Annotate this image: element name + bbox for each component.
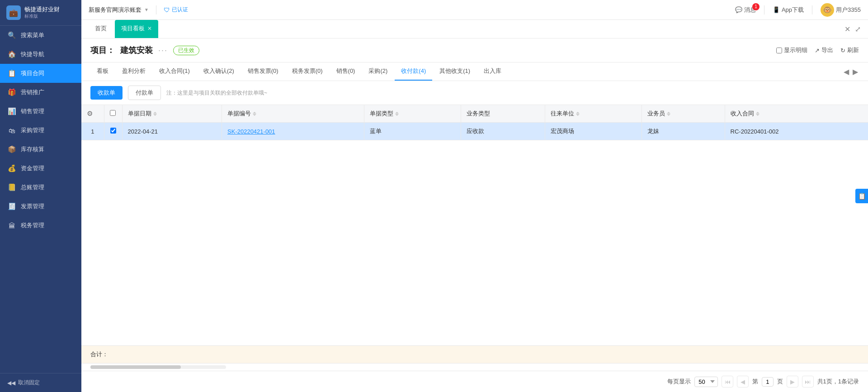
pagination-last-button[interactable]: ⏭ (802, 376, 814, 387)
per-page-select[interactable]: 10 20 50 100 (694, 377, 718, 387)
refresh-button[interactable]: ↻ 刷新 (840, 46, 859, 54)
cell-num: 1 (81, 123, 104, 140)
scrollbar-thumb[interactable] (90, 365, 181, 369)
sidebar-item-ledger[interactable]: 📒 总账管理 (0, 178, 81, 197)
action-row: 收款单 付款单 注：这里是与项目关联的全部收付款单哦~ (81, 81, 868, 105)
th-gear[interactable]: ⚙ (81, 105, 104, 123)
th-code[interactable]: 单据编号 (222, 105, 364, 123)
sort-icon-income-contract (756, 112, 760, 116)
th-income-contract[interactable]: 收入合同 (725, 105, 868, 123)
pagination-next-button[interactable]: ▶ (787, 376, 798, 387)
sales-icon: 📊 (7, 107, 16, 116)
sub-tab-income-contract-label: 收入合同(1) (159, 67, 190, 74)
sidebar-item-inventory[interactable]: 📦 库存核算 (0, 140, 81, 159)
app-version: 标准版 (24, 13, 60, 19)
app-name: 畅捷通好业财 (24, 6, 60, 14)
sub-tab-inout-label: 出入库 (484, 67, 501, 74)
app-download-button[interactable]: 📱 App下载 (773, 6, 804, 14)
th-partner[interactable]: 往来单位 (545, 105, 642, 123)
sidebar-item-purchase[interactable]: 🛍 采购管理 (0, 121, 81, 140)
pagination-prev-button[interactable]: ◀ (737, 376, 749, 387)
row-checkbox[interactable] (110, 128, 116, 134)
show-detail-checkbox[interactable] (776, 48, 782, 53)
gear-icon[interactable]: ⚙ (87, 110, 93, 117)
quicknav-icon: 🏠 (7, 50, 16, 59)
current-page: 1 (762, 377, 773, 387)
th-type-label: 单据类型 (370, 110, 393, 118)
topbar-right: 💬 消息 1 📱 App下载 🐵 用户3355 (735, 3, 861, 17)
project-prefix: 项目： (90, 45, 115, 56)
select-all-checkbox[interactable] (110, 110, 116, 116)
table-row[interactable]: 1 2022-04-21 SK-20220421-001 蓝单 应收款 宏茂商场… (81, 123, 868, 140)
sub-tab-profit[interactable]: 盈利分析 (116, 62, 152, 81)
inventory-icon: 📦 (7, 145, 16, 154)
sort-icon-type (395, 112, 399, 116)
messages-button[interactable]: 💬 消息 1 (735, 6, 756, 14)
sidebar-label-quicknav: 快捷导航 (21, 50, 44, 58)
cell-code[interactable]: SK-20220421-001 (222, 123, 364, 140)
sub-tab-board[interactable]: 看板 (90, 62, 115, 81)
sub-tab-next-button[interactable]: ▶ (852, 67, 859, 76)
tab-home[interactable]: 首页 (89, 20, 113, 38)
th-type[interactable]: 单据类型 (364, 105, 461, 123)
project-selector[interactable]: 新服务官网演示账套 ▼ (89, 6, 149, 14)
sub-tab-prev-button[interactable]: ◀ (843, 67, 850, 76)
sub-tab-tax-invoice-label: 税务发票(0) (292, 67, 323, 74)
right-panel-toggle[interactable]: 📋 (855, 189, 868, 203)
sidebar-unpin-button[interactable]: ◀◀ 取消固定 (0, 373, 81, 392)
pagination-first-button[interactable]: ⏮ (722, 376, 733, 387)
sub-tab-sales[interactable]: 销售(0) (330, 62, 362, 81)
tab-project-board[interactable]: 项目看板 ✕ (115, 20, 158, 38)
cell-partner: 宏茂商场 (545, 123, 642, 140)
sub-tab-inout[interactable]: 出入库 (477, 62, 508, 81)
sidebar-item-quicknav[interactable]: 🏠 快捷导航 (0, 45, 81, 64)
project-more-button[interactable]: ··· (158, 46, 168, 55)
close-window-button[interactable]: ✕ (844, 25, 850, 33)
per-page-label: 每页显示 (667, 378, 691, 386)
topbar: 新服务官网演示账套 ▼ 🛡 已认证 💬 消息 1 📱 App下载 🐵 用户335… (81, 0, 868, 20)
sub-tab-sales-invoice[interactable]: 销售发票(0) (241, 62, 285, 81)
header-actions: 显示明细 ↗ 导出 ↻ 刷新 (776, 46, 859, 54)
sidebar-nav: 🔍 搜索菜单 🏠 快捷导航 📋 项目合同 🎁 营销推广 📊 销售管理 🛍 采购管… (0, 26, 81, 373)
sub-tab-sales-invoice-label: 销售发票(0) (248, 67, 278, 74)
user-menu[interactable]: 🐵 用户3355 (821, 3, 861, 17)
th-salesman[interactable]: 业务员 (642, 105, 725, 123)
sidebar-item-invoice[interactable]: 🧾 发票管理 (0, 197, 81, 216)
project-icon: 📋 (7, 69, 16, 78)
sidebar-item-search[interactable]: 🔍 搜索菜单 (0, 26, 81, 45)
sidebar-item-funds[interactable]: 💰 资金管理 (0, 159, 81, 178)
project-status-badge: 已生效 (173, 46, 199, 55)
main-area: 新服务官网演示账套 ▼ 🛡 已认证 💬 消息 1 📱 App下载 🐵 用户335… (81, 0, 868, 392)
sub-tab-income-contract[interactable]: 收入合同(1) (153, 62, 196, 81)
refresh-label: 刷新 (847, 46, 859, 54)
sidebar-label-invoice: 发票管理 (21, 202, 44, 210)
action-note: 注：这里是与项目关联的全部收付款单哦~ (166, 89, 267, 97)
export-button[interactable]: ↗ 导出 (815, 46, 833, 54)
show-detail-toggle[interactable]: 显示明细 (776, 46, 807, 54)
sidebar-item-project[interactable]: 📋 项目合同 (0, 64, 81, 83)
th-date[interactable]: 单据日期 (122, 105, 222, 123)
total-label: 合计： (90, 350, 108, 359)
sidebar-item-tax[interactable]: 🏛 税务管理 (0, 216, 81, 235)
bill-code-link[interactable]: SK-20220421-001 (227, 128, 275, 135)
sub-tab-other-expense[interactable]: 其他收支(1) (433, 62, 476, 81)
window-controls: ✕ ⤢ (844, 25, 861, 33)
ledger-icon: 📒 (7, 183, 16, 192)
sub-tab-income-confirm[interactable]: 收入确认(2) (197, 62, 241, 81)
cell-checkbox[interactable] (104, 123, 122, 140)
sidebar-label-funds: 资金管理 (21, 164, 44, 172)
payment-bill-button[interactable]: 付款单 (128, 86, 161, 100)
th-partner-label: 往来单位 (551, 110, 574, 118)
search-icon: 🔍 (7, 31, 16, 40)
sidebar-item-marketing[interactable]: 🎁 营销推广 (0, 83, 81, 102)
tab-close-icon[interactable]: ✕ (147, 25, 152, 32)
sub-tab-purchase[interactable]: 采购(2) (362, 62, 394, 81)
sub-tab-payment[interactable]: 收付款(4) (395, 62, 432, 81)
horizontal-scrollbar[interactable] (90, 365, 226, 369)
shield-icon: 🛡 (164, 6, 170, 14)
receive-bill-button[interactable]: 收款单 (90, 86, 123, 100)
sidebar-item-sales[interactable]: 📊 销售管理 (0, 102, 81, 121)
maximize-window-button[interactable]: ⤢ (855, 25, 861, 33)
certified-badge: 🛡 已认证 (164, 6, 188, 14)
sub-tab-tax-invoice[interactable]: 税务发票(0) (286, 62, 329, 81)
